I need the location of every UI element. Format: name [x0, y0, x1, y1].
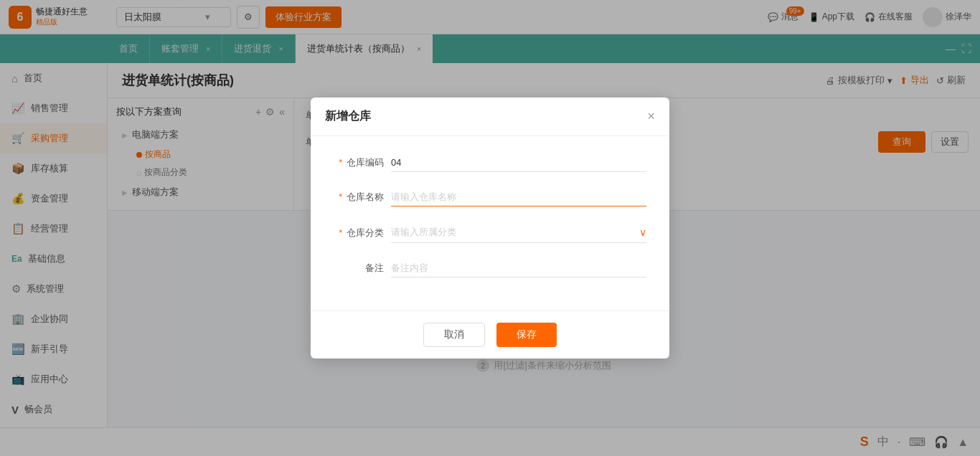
dialog-body: * 仓库编码 * 仓库名称 * 仓库分类 请输入所属 [311, 136, 669, 310]
form-row-note: 备注 [334, 259, 646, 277]
name-required-star: * [339, 191, 342, 202]
name-input[interactable] [391, 188, 646, 206]
code-label: * 仓库编码 [334, 156, 391, 169]
form-row-category: * 仓库分类 请输入所属分类 ∨ [334, 222, 646, 243]
code-required-star: * [339, 157, 342, 168]
cat-required-star: * [339, 227, 342, 238]
form-row-name: * 仓库名称 [334, 188, 646, 206]
category-label: * 仓库分类 [334, 227, 391, 239]
code-input[interactable] [391, 153, 646, 172]
new-warehouse-dialog: 新增仓库 × * 仓库编码 * 仓库名称 [311, 98, 669, 358]
dialog-overlay: 新增仓库 × * 仓库编码 * 仓库名称 [0, 0, 980, 456]
cancel-button[interactable]: 取消 [423, 323, 485, 347]
note-input[interactable] [391, 259, 646, 277]
category-select[interactable]: 请输入所属分类 ∨ [391, 222, 646, 243]
dialog-title: 新增仓库 [325, 109, 371, 124]
dialog-close-icon[interactable]: × [647, 109, 655, 124]
category-placeholder: 请输入所属分类 [391, 226, 456, 239]
name-label: * 仓库名称 [334, 191, 391, 204]
note-label: 备注 [334, 262, 391, 275]
save-button[interactable]: 保存 [496, 323, 557, 347]
form-row-code: * 仓库编码 [334, 153, 646, 172]
dialog-header: 新增仓库 × [311, 98, 669, 136]
category-chevron-icon: ∨ [639, 227, 646, 238]
dialog-footer: 取消 保存 [311, 310, 669, 358]
